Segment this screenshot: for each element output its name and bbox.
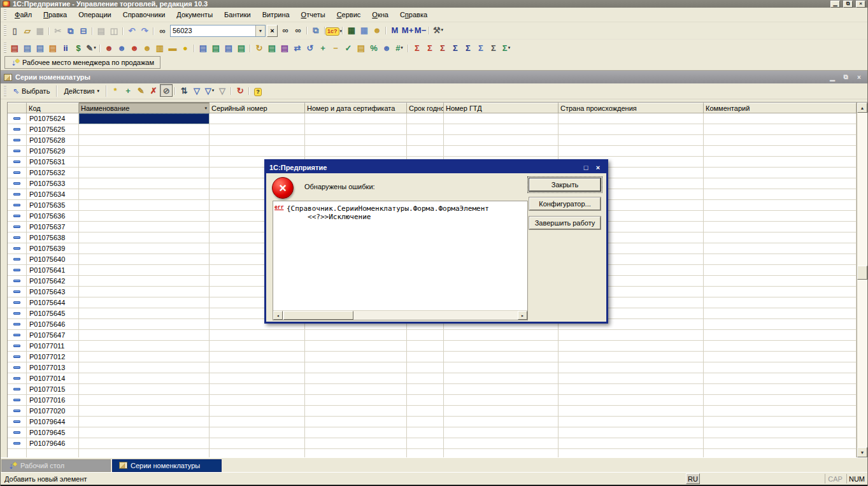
money-check-icon[interactable]: $ [72, 41, 85, 54]
toolbar-grip[interactable] [4, 43, 6, 53]
column-header-Номер и дата сертификата[interactable]: Номер и дата сертификата [305, 103, 407, 113]
memory-recall-icon[interactable]: M [388, 24, 401, 36]
taskbar-tab-серии-номенклатуры[interactable]: Серии номенклатуры [112, 459, 222, 472]
search-input[interactable] [171, 27, 255, 34]
scroll-left-icon[interactable]: ◂ [273, 311, 283, 320]
horizontal-scrollbar[interactable]: ◂ ▸ [273, 310, 527, 320]
menu-item-справка[interactable]: Справка [395, 9, 432, 20]
vertical-scrollbar[interactable]: ▲ ▼ [857, 103, 867, 457]
menu-item-правка[interactable]: Правка [38, 9, 72, 20]
workspace-manager-button[interactable]: ⇣◆ Рабочее место менеджера по продажам [4, 56, 160, 69]
menu-item-документы[interactable]: Документы [171, 9, 218, 20]
language-indicator[interactable]: RU [686, 473, 700, 484]
table-row[interactable]: P01075629 [8, 146, 857, 157]
scroll-down-icon[interactable]: ▼ [857, 447, 867, 457]
memory-add-icon[interactable]: M+ [401, 24, 414, 36]
clear-search-button[interactable]: × [267, 25, 278, 37]
scrollbar-thumb[interactable] [283, 311, 353, 320]
scroll-right-icon[interactable]: ▸ [518, 311, 527, 320]
sales-calculator-icon[interactable]: ✎▾ [85, 41, 97, 54]
toolbar-grip[interactable] [4, 25, 6, 36]
column-header-Серийный номер[interactable]: Серийный номер [210, 103, 305, 113]
redo-icon[interactable]: ↷ [138, 24, 151, 37]
table-row[interactable]: P01077015 [8, 384, 857, 395]
outgoing-doc-icon[interactable]: ▤ [210, 41, 222, 54]
windows-list-icon[interactable]: ⧉ [309, 24, 322, 36]
help-icon[interactable]: ? [252, 85, 264, 98]
table-row[interactable]: P01075625 [8, 124, 857, 135]
edit-item-icon[interactable]: ✎ [134, 84, 147, 97]
report-list-icon[interactable]: Σ [487, 41, 500, 54]
column-header-Страна происхождения[interactable]: Страна происхождения [559, 103, 704, 113]
table-row[interactable]: P01079646 [8, 438, 857, 449]
transfer-doc-icon[interactable]: ⇄ [291, 41, 304, 54]
table-row[interactable]: P01077011 [8, 341, 857, 352]
copy-icon[interactable]: ⧉ [64, 24, 77, 37]
find-previous-icon[interactable]: ∞ [292, 24, 304, 36]
table-row[interactable]: P01075628 [8, 135, 857, 146]
customer-order-icon[interactable]: ☻ [103, 41, 115, 54]
print-label-icon[interactable]: ▤ [46, 41, 59, 54]
minimize-button[interactable]: ▁ [830, 1, 840, 8]
column-header-icon[interactable] [8, 103, 27, 113]
table-row[interactable]: P01077013 [8, 362, 857, 373]
table-row[interactable]: P01077016 [8, 395, 857, 406]
clear-filter-icon[interactable]: ▽ [216, 84, 229, 97]
customize-tools-icon[interactable]: ⚒▾ [432, 24, 445, 36]
contractors-icon[interactable]: ii [59, 41, 72, 54]
approve-payment-icon[interactable]: ✓ [342, 41, 355, 54]
calculator-icon[interactable]: ▦ [345, 24, 358, 36]
show-deleted-toggle-icon[interactable]: ⊘ [160, 84, 173, 97]
taskbar-tab-рабочий-стол[interactable]: ⇣◆Рабочий стол [1, 459, 111, 472]
actions-menu-button[interactable]: Действия ▾ [59, 85, 104, 98]
lock-user-icon[interactable]: ☻ [371, 24, 383, 36]
sort-icon[interactable]: ⇅ [178, 84, 190, 97]
incoming-invoice-icon[interactable]: ▤ [222, 41, 235, 54]
dialog-button-закрыть[interactable]: Закрыть [529, 178, 601, 191]
report-purchases-icon[interactable]: Σ [423, 41, 436, 54]
docs-journal-icon[interactable]: ▤ [266, 41, 278, 54]
menu-item-витрина[interactable]: Витрина [257, 9, 295, 20]
return-doc-icon[interactable]: ↺ [304, 41, 317, 54]
filter-by-value-icon[interactable]: ▽▾ [203, 84, 216, 97]
dialog-button-завершить-работу[interactable]: Завершить работу [529, 217, 601, 229]
add-item-icon[interactable]: * [109, 84, 122, 97]
search-combobox[interactable]: ▼ [170, 25, 266, 37]
select-button[interactable]: ⇖ Выбрать [8, 85, 54, 98]
dialog-close-icon[interactable]: × [593, 162, 603, 172]
outgoing-invoice-icon[interactable]: ▤ [235, 41, 248, 54]
price-doc-icon[interactable]: ▤ [355, 41, 367, 54]
buyer-order-icon[interactable]: ☻ [115, 41, 128, 54]
table-row[interactable]: P01077014 [8, 373, 857, 384]
report-sales-icon[interactable]: Σ [411, 41, 423, 54]
combo-dropdown-icon[interactable]: ▼ [255, 25, 265, 36]
mdi-restore-button[interactable]: ⧉ [841, 73, 851, 82]
report-stock-icon[interactable]: Σ [436, 41, 449, 54]
money-stack-icon[interactable]: ▬ [166, 41, 179, 54]
report-money-icon[interactable]: Σ [449, 41, 462, 54]
menu-item-окна[interactable]: Окна [367, 9, 394, 20]
refresh-icon[interactable]: ↻ [234, 84, 246, 97]
paste-icon[interactable]: ⊟ [77, 24, 90, 37]
menu-item-сервис[interactable]: Сервис [332, 9, 366, 20]
column-header-Наименование[interactable]: Наименование▾ [79, 103, 210, 113]
find-icon[interactable]: ∞ [156, 24, 169, 37]
help-1c-icon[interactable]: 1c?▾ [327, 25, 340, 38]
discount-doc-icon[interactable]: % [367, 41, 380, 54]
planning-doc-icon[interactable]: ▤ [278, 41, 291, 54]
close-button[interactable]: × [856, 1, 865, 8]
find-next-icon[interactable]: ∞ [279, 24, 292, 36]
memory-subtract-icon[interactable]: M− [414, 24, 427, 36]
open-file-icon[interactable]: ▱ [21, 24, 34, 37]
dialog-button-конфигуратор-[interactable]: Конфигуратор... [529, 197, 601, 210]
column-header-Код[interactable]: Код [27, 103, 79, 113]
table-row[interactable]: P01079644 [8, 417, 857, 427]
report-debt-icon[interactable]: Σ [462, 41, 474, 54]
column-header-Срок годнос...[interactable]: Срок годнос... [407, 103, 444, 113]
restore-button[interactable]: ⧉ [843, 1, 853, 8]
toolbar-grip[interactable] [4, 86, 6, 96]
menu-item-справочники[interactable]: Справочники [118, 9, 171, 20]
sales-chart-icon[interactable]: ▥ [153, 41, 166, 54]
selected-cell[interactable] [79, 113, 210, 124]
table-row[interactable]: P01075647 [8, 330, 857, 341]
